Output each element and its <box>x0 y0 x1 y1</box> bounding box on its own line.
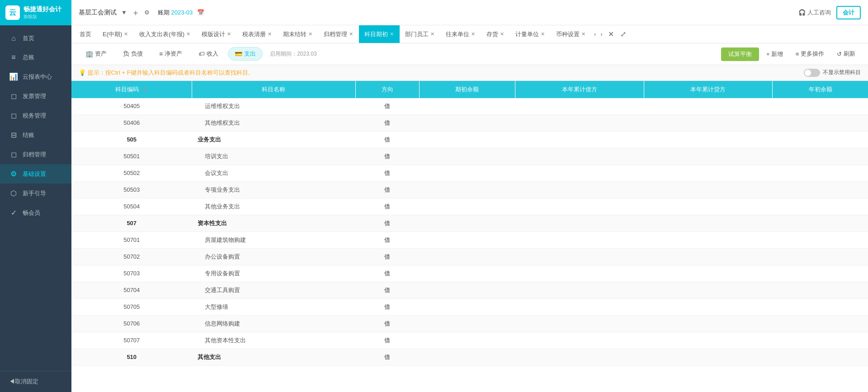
cell-ytd-balance <box>773 231 868 248</box>
tabbar-close-all-button[interactable]: ✕ <box>605 29 617 39</box>
tab-dept-close[interactable]: ✕ <box>430 31 434 37</box>
tabbar-prev-button[interactable]: ‹ <box>592 30 598 38</box>
cell-opening[interactable] <box>419 114 515 131</box>
cell-opening[interactable] <box>419 215 515 231</box>
cell-opening[interactable] <box>419 148 515 165</box>
disable-toggle[interactable] <box>804 69 820 77</box>
tab-archivemgmt-close[interactable]: ✕ <box>349 31 353 37</box>
tab-inventory[interactable]: 存货 ✕ <box>481 25 510 43</box>
refresh-button[interactable]: ↺ 刷新 <box>831 47 861 61</box>
cell-opening[interactable] <box>419 282 515 298</box>
sidebar-item-reports[interactable]: 📊 云报表中心 <box>0 67 71 86</box>
table-row[interactable]: 50703 专用设备购置 借 <box>71 265 868 282</box>
table-row[interactable]: 507 资本性支出 借 <box>71 215 868 231</box>
sidebar-item-ledger[interactable]: ≡ 总账 <box>0 48 71 67</box>
cell-code: 50706 <box>71 315 192 332</box>
tab-unit[interactable]: 计量单位 ✕ <box>510 25 551 43</box>
table-row[interactable]: 50502 会议支出 借 <box>71 165 868 181</box>
tab-template-close[interactable]: ✕ <box>227 31 231 37</box>
tab-mid-close[interactable]: ✕ <box>124 31 128 37</box>
cell-name: 专用设备购置 <box>192 265 356 282</box>
sidebar-item-archive[interactable]: ◻ 归档管理 <box>0 145 71 164</box>
tab-subjects-close[interactable]: ✕ <box>390 31 394 37</box>
table-row[interactable]: 50406 其他维权支出 借 <box>71 114 868 131</box>
sidebar-item-guide[interactable]: ⬡ 新手引导 <box>0 184 71 203</box>
tab-clients-close[interactable]: ✕ <box>471 31 475 37</box>
cell-opening[interactable] <box>419 198 515 215</box>
cell-ytd-balance <box>773 282 868 298</box>
tab-home[interactable]: 首页 <box>74 25 97 43</box>
cell-name: 专项业务支出 <box>192 181 356 198</box>
tabbar-next-button[interactable]: › <box>599 30 604 38</box>
calendar-icon[interactable]: 📅 <box>197 9 204 16</box>
tab-currency[interactable]: 币种设置 ✕ <box>551 25 591 43</box>
table-row[interactable]: 50504 其他业务支出 借 <box>71 198 868 215</box>
table-row[interactable]: 50405 运维维权支出 借 <box>71 98 868 115</box>
table-row[interactable]: 505 业务支出 借 <box>71 131 868 148</box>
cell-opening[interactable] <box>419 98 515 115</box>
table-row[interactable]: 510 其他支出 借 <box>71 349 868 365</box>
cell-opening[interactable] <box>419 248 515 265</box>
table-row[interactable]: 50702 办公设备购置 借 <box>71 248 868 265</box>
tab-mid[interactable]: E(中期) ✕ <box>97 25 134 43</box>
expense-icon: 💳 <box>235 50 242 57</box>
sidebar-item-settings[interactable]: ⚙ 基础设置 <box>0 164 71 184</box>
table-row[interactable]: 50705 大型修缮 借 <box>71 298 868 315</box>
help-button[interactable]: 🎧 人工咨询 <box>798 9 831 17</box>
tab-subjects[interactable]: 科目期初 ✕ <box>359 25 400 43</box>
cell-opening[interactable] <box>419 131 515 148</box>
tab-clients[interactable]: 往来单位 ✕ <box>440 25 481 43</box>
cell-opening[interactable] <box>419 349 515 365</box>
tab-income-close[interactable]: ✕ <box>186 31 190 37</box>
sidebar-item-home[interactable]: ⌂ 首页 <box>0 29 71 48</box>
subnav-tab-liability[interactable]: 负 负债 <box>116 47 150 61</box>
cell-opening[interactable] <box>419 315 515 332</box>
tab-dept[interactable]: 部门员工 ✕ <box>400 25 440 43</box>
tab-template[interactable]: 模版设计 ✕ <box>196 25 237 43</box>
table-row[interactable]: 50701 房屋建筑物购建 借 <box>71 231 868 248</box>
more-button[interactable]: ≡ 更多操作 <box>790 47 830 61</box>
user-role-button[interactable]: 会计 <box>836 6 861 19</box>
cell-opening[interactable] <box>419 265 515 282</box>
cell-opening[interactable] <box>419 298 515 315</box>
table-row[interactable]: 50707 其他资本性支出 借 <box>71 332 868 349</box>
tab-yearend[interactable]: 期末结转 ✕ <box>278 25 318 43</box>
sidebar-item-invoices[interactable]: ◻ 发票管理 <box>0 86 71 106</box>
subnav-tab-income[interactable]: 🏷 收入 <box>192 47 225 61</box>
table-row[interactable]: 50704 交通工具购置 借 <box>71 282 868 298</box>
tabbar-expand-button[interactable]: ⤢ <box>618 29 629 39</box>
sidebar-item-tax-label: 税务管理 <box>23 112 46 120</box>
tab-taxclear-close[interactable]: ✕ <box>268 31 272 37</box>
invoices-icon: ◻ <box>9 92 18 100</box>
sidebar-footer[interactable]: ◀︎取消固定 <box>0 371 71 392</box>
tab-inventory-close[interactable]: ✕ <box>500 31 504 37</box>
cell-opening[interactable] <box>419 165 515 181</box>
company-dropdown-icon[interactable]: ▼ <box>121 9 127 16</box>
company-settings-icon[interactable]: ⚙ <box>144 9 150 16</box>
balance-button[interactable]: 试算平衡 <box>721 47 759 61</box>
subnav: 🏢 资产 负 负债 ≡ 净资产 🏷 收入 💳 支出 启用期间：2023.03 试… <box>71 43 868 65</box>
tab-currency-close[interactable]: ✕ <box>581 31 585 37</box>
sidebar-item-member[interactable]: ✓ 畅会员 <box>0 203 71 222</box>
table-row[interactable]: 50706 信息网络购建 借 <box>71 315 868 332</box>
tab-income[interactable]: 收入支出表(年报) ✕ <box>134 25 196 43</box>
subnav-tab-expense[interactable]: 💳 支出 <box>228 47 263 61</box>
cell-direction: 借 <box>355 248 419 265</box>
subnav-tab-equity[interactable]: ≡ 净资产 <box>152 47 189 61</box>
table-row[interactable]: 50503 专项业务支出 借 <box>71 181 868 198</box>
tab-taxclear[interactable]: 税表清册 ✕ <box>237 25 278 43</box>
subnav-tab-asset[interactable]: 🏢 资产 <box>79 47 113 61</box>
sidebar-item-tax[interactable]: ◻ 税务管理 <box>0 106 71 125</box>
tab-unit-close[interactable]: ✕ <box>541 31 545 37</box>
col-settings-icon[interactable]: ⚙ <box>142 86 148 93</box>
tab-mid-label: E(中期) <box>103 30 122 38</box>
add-company-button[interactable]: ＋ <box>132 7 140 18</box>
add-button[interactable]: + 新增 <box>761 47 788 61</box>
tab-archivemgmt[interactable]: 归档管理 ✕ <box>318 25 359 43</box>
cell-opening[interactable] <box>419 231 515 248</box>
cell-opening[interactable] <box>419 332 515 349</box>
table-row[interactable]: 50501 培训支出 借 <box>71 148 868 165</box>
tab-yearend-close[interactable]: ✕ <box>308 31 312 37</box>
sidebar-item-close[interactable]: ⊟ 结账 <box>0 125 71 145</box>
cell-opening[interactable] <box>419 181 515 198</box>
